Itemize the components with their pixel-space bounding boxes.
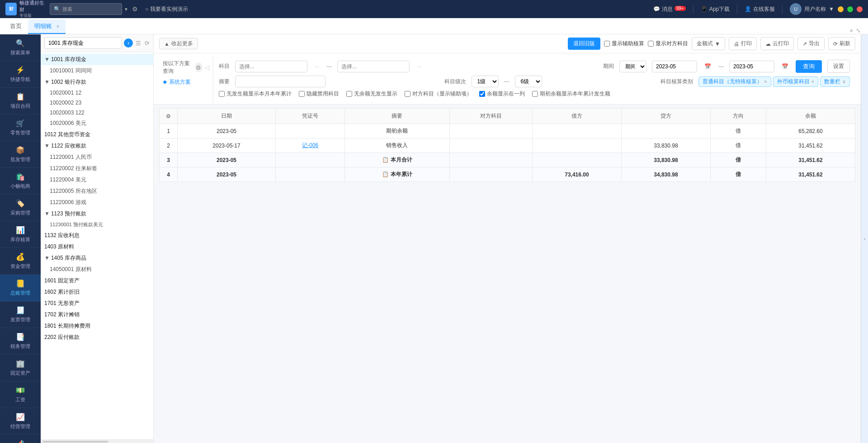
tag-qty-arrow[interactable]: ∨ xyxy=(842,79,846,85)
tree-item-1012[interactable]: 1012 其他货币资金 xyxy=(41,129,153,140)
app-download-btn[interactable]: 📱 App下载 xyxy=(701,5,730,13)
sidebar-item-capital[interactable]: 💰 资金管理 xyxy=(0,248,41,275)
period-start-input[interactable] xyxy=(652,61,697,72)
calendar-icon-start[interactable]: 📅 xyxy=(703,63,713,70)
tree-item-14050001[interactable]: 14050001 原材料 xyxy=(41,264,153,275)
demo-link[interactable]: ○ 我要看实例演示 xyxy=(145,5,188,13)
summary-input[interactable] xyxy=(235,76,326,87)
tree-item-1403[interactable]: 1403 原材料 xyxy=(41,241,153,252)
online-service-btn[interactable]: 👤 在线客服 xyxy=(745,5,775,13)
restore-btn[interactable]: ⤡ xyxy=(856,27,861,34)
cloud-print-btn[interactable]: ☁ 云打印 xyxy=(760,37,794,50)
col-gear[interactable]: ⚙ xyxy=(160,109,178,124)
level-start-select[interactable]: 1级2级3级 xyxy=(472,76,499,87)
checkbox-opening-balance[interactable] xyxy=(532,91,538,97)
show-aux-checkbox[interactable] xyxy=(604,41,610,47)
tree-item-1123[interactable]: ▼1123 预付账款 xyxy=(41,208,153,219)
scheme-collapse-icon[interactable]: ◁ xyxy=(204,64,209,71)
tree-item-1702[interactable]: 1702 累计摊销 xyxy=(41,309,153,320)
sidebar-item-quick-nav[interactable]: ⚡ 快捷导航 xyxy=(0,61,41,88)
tag-normal-close[interactable]: × xyxy=(764,79,767,84)
tree-item-11220006[interactable]: 11220006 游戏 xyxy=(41,197,153,208)
level-end-select[interactable]: 6级5级4级 xyxy=(515,76,542,87)
tree-item-1405[interactable]: ▼1405 库存商品 xyxy=(41,252,153,264)
tree-item-1602[interactable]: 1602 累计折旧 xyxy=(41,286,153,298)
user-area[interactable]: U 用户名称 ▼ xyxy=(790,3,834,15)
sidebar-item-search-menu[interactable]: 🔍 搜索菜单 xyxy=(0,34,41,61)
tree-item-1132[interactable]: 1132 应收利息 xyxy=(41,230,153,241)
top-search-box[interactable]: 🔍 搜索 xyxy=(50,3,122,15)
tree-config-icon[interactable]: ☰ xyxy=(136,40,141,47)
sidebar-item-retail[interactable]: 🛒 零售管理 xyxy=(0,114,41,141)
subject-end-input[interactable] xyxy=(337,61,410,72)
print-btn[interactable]: 🖨 打印 xyxy=(729,37,757,50)
sidebar-item-invoice[interactable]: 🧾 发票管理 xyxy=(0,301,41,328)
tree-item-10020002[interactable]: 10020002 23 xyxy=(41,98,153,108)
tree-refresh-icon[interactable]: ⟳ xyxy=(145,40,150,47)
tree-item-2202[interactable]: 2202 应付账款 xyxy=(41,332,153,343)
checkbox-balance-one-col[interactable] xyxy=(479,91,485,97)
account-tree-scrollbar[interactable] xyxy=(41,439,153,443)
account-navigate-btn[interactable]: › xyxy=(124,38,133,48)
tag-foreign-close[interactable]: × xyxy=(811,79,814,84)
checkbox-contra[interactable] xyxy=(405,91,410,97)
amount-format-btn[interactable]: 金额式 ▼ xyxy=(692,37,725,50)
window-close-btn[interactable] xyxy=(857,6,863,12)
settings-btn[interactable]: 设置 xyxy=(827,60,850,73)
tree-item-10020006[interactable]: 10020006 美元 xyxy=(41,118,153,129)
checkbox-no-balance[interactable] xyxy=(346,91,352,97)
tree-item-11230001[interactable]: 11230001 预付账款美元 xyxy=(41,219,153,230)
back-to-old-btn[interactable]: 退回旧版 xyxy=(568,38,600,50)
show-contra-checkbox[interactable] xyxy=(648,41,654,47)
right-collapse-panel[interactable]: › xyxy=(861,34,868,443)
tree-item-10010001[interactable]: 10010001 同同同 xyxy=(41,65,153,76)
tree-item-10020003[interactable]: 10020003 122 xyxy=(41,108,153,118)
sidebar-item-general-ledger[interactable]: 📒 总账管理 xyxy=(0,275,41,301)
system-scheme-item[interactable]: ● 系统方案 xyxy=(163,78,209,86)
checkbox-no-amount[interactable] xyxy=(219,91,225,97)
tree-item-1122[interactable]: ▼1122 应收账款 xyxy=(41,140,153,152)
export-btn[interactable]: ↗ 导出 xyxy=(797,37,825,50)
sidebar-item-salary[interactable]: 💵 工资 xyxy=(0,381,41,408)
sidebar-item-tax[interactable]: 📑 税务管理 xyxy=(0,328,41,355)
refresh-btn[interactable]: ⟳ 刷新 xyxy=(828,37,855,50)
tree-item-1701[interactable]: 1701 无形资产 xyxy=(41,298,153,309)
close-btn[interactable]: × xyxy=(849,27,853,34)
window-minimize-btn[interactable] xyxy=(838,6,844,12)
msg-btn[interactable]: 💬 消息 99+ xyxy=(653,5,686,13)
tree-item-1801[interactable]: 1801 长期待摊费用 xyxy=(41,320,153,332)
sidebar-item-purchase[interactable]: 🏷️ 采购管理 xyxy=(0,195,41,221)
period-end-input[interactable] xyxy=(729,61,774,72)
sidebar-item-fixed-assets[interactable]: 🏢 固定资产 xyxy=(0,355,41,381)
search-arrow-icon[interactable]: ▼ xyxy=(124,7,128,12)
scheme-settings-icon[interactable]: ⚙ xyxy=(195,62,203,72)
voucher-link-2[interactable]: 记-006 xyxy=(302,142,318,148)
sidebar-item-mini-sales[interactable]: 📣 小畅报销 xyxy=(0,435,41,443)
sidebar-item-ops[interactable]: 📈 经营管理 xyxy=(0,408,41,435)
query-btn[interactable]: 查询 xyxy=(796,60,822,73)
tree-item-11220004[interactable]: 11220004 美元 xyxy=(41,174,153,186)
tree-item-11220002[interactable]: 11220002 往来标签 xyxy=(41,163,153,174)
window-controls xyxy=(838,6,863,12)
sidebar-item-inventory[interactable]: 📊 库存核算 xyxy=(0,221,41,248)
tree-item-1002[interactable]: ▼1002 银行存款 xyxy=(41,76,153,88)
sidebar-item-project-contract[interactable]: 📋 项目合同 xyxy=(0,88,41,114)
tab-detail-account[interactable]: 明细账 × xyxy=(28,19,66,34)
window-maximize-btn[interactable] xyxy=(847,6,853,12)
tree-item-11220001[interactable]: 11220001 人民币 xyxy=(41,152,153,163)
period-type-select[interactable]: 期间 xyxy=(619,61,646,72)
tree-item-10020001[interactable]: 10020001 12 xyxy=(41,88,153,98)
subject-start-input[interactable] xyxy=(235,61,307,72)
tree-item-1601[interactable]: 1601 固定资产 xyxy=(41,275,153,286)
calendar-icon-end[interactable]: 📅 xyxy=(780,63,790,70)
tab-home[interactable]: 首页 xyxy=(4,19,28,34)
expand-more-btn[interactable]: ▲ 收起更多 xyxy=(159,38,198,49)
tab-close-icon[interactable]: × xyxy=(57,24,59,29)
sidebar-item-wholesale[interactable]: 📦 批发管理 xyxy=(0,141,41,168)
sidebar-item-mini-ecom[interactable]: 🛍️ 小畅电商 xyxy=(0,168,41,195)
account-search-input[interactable] xyxy=(44,37,122,49)
checkbox-hide-disabled[interactable] xyxy=(299,91,305,97)
tree-item-11220005[interactable]: 11220005 所在地区 xyxy=(41,186,153,197)
tree-item-1001[interactable]: ▼1001 库存现金 xyxy=(41,54,153,65)
top-gear-icon[interactable]: ⚙ xyxy=(132,5,138,13)
